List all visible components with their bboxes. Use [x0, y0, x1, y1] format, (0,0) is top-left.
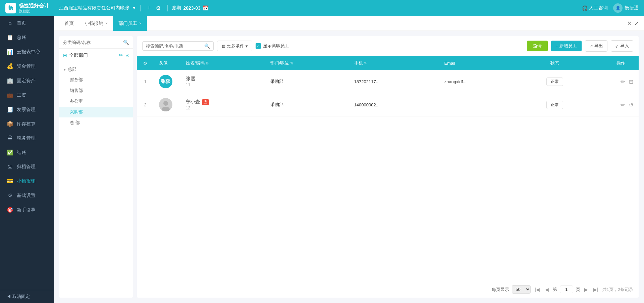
- expense-icon: 💳: [7, 178, 13, 184]
- sidebar-label-expense: 小畅报销: [17, 178, 36, 184]
- header-divider-1: [140, 5, 141, 11]
- export-icon: ↗: [589, 44, 593, 49]
- sidebar-item-reports[interactable]: 📊 云报表中心: [0, 45, 54, 59]
- tabs-right-controls: ✕ ⤢: [627, 20, 639, 27]
- user-menu[interactable]: 👤 畅捷通: [613, 3, 639, 13]
- col-avatar: 头像: [154, 56, 180, 70]
- grid-icon: ⊞: [63, 53, 67, 58]
- sidebar-label-checkout: 结账: [17, 150, 26, 156]
- dept-item-purchase[interactable]: 采购部: [59, 107, 133, 117]
- edit-icon-2[interactable]: ✏: [621, 102, 625, 108]
- service-button[interactable]: 🎧 人工咨询: [582, 5, 608, 11]
- dept-collapse-button[interactable]: «: [126, 52, 129, 58]
- export-button[interactable]: ↗ 导出: [585, 40, 607, 52]
- name-cell-1: 张熙 11: [180, 70, 265, 93]
- logo-subtext: 旗舰版: [19, 9, 49, 14]
- page-size-dropdown[interactable]: 20 50 100: [512, 285, 531, 294]
- add-employee-button[interactable]: + 新增员工: [551, 41, 582, 51]
- page-number-input[interactable]: [560, 286, 573, 293]
- invoice-icon: 🧾: [7, 106, 13, 113]
- next-page-button[interactable]: ▶: [583, 286, 589, 293]
- salary-icon: 💼: [7, 92, 13, 98]
- sidebar-item-inventory[interactable]: 📦 库存核算: [0, 117, 54, 131]
- assets-icon: 🏢: [7, 78, 13, 84]
- first-page-button[interactable]: |◀: [533, 286, 541, 293]
- sidebar-item-ledger[interactable]: 📋 总账: [0, 30, 54, 45]
- last-page-button[interactable]: ▶|: [592, 286, 600, 293]
- dept-group-label-hq: 总部: [68, 66, 76, 72]
- col-name-code[interactable]: 姓名/编码 ⇅: [180, 56, 265, 70]
- tab-home[interactable]: 首页: [59, 16, 79, 31]
- period-selector[interactable]: 账期 2023-03 📅: [172, 5, 208, 11]
- sidebar-item-guide[interactable]: 🎯 新手引导: [0, 203, 54, 217]
- add-button[interactable]: +: [147, 5, 151, 12]
- period-label: 账期: [172, 5, 181, 11]
- filter-button[interactable]: ▦ 更多条件 ▾: [217, 41, 252, 51]
- dept-search-icon[interactable]: 🔍: [123, 40, 129, 45]
- tax-icon: 🏛: [7, 135, 13, 141]
- dept-search-input[interactable]: [63, 40, 123, 45]
- page-size-select[interactable]: 20 50 100: [512, 285, 531, 294]
- tab-expense-close[interactable]: ×: [105, 21, 108, 26]
- dept-group-header-hq[interactable]: ▼ 总部: [59, 64, 133, 74]
- col-phone[interactable]: 手机 ⇅: [349, 56, 439, 70]
- col-dept-position[interactable]: 部门/职位 ⇅: [265, 56, 349, 70]
- delete-icon-2[interactable]: ↺: [629, 102, 633, 108]
- settings-icon[interactable]: ⚙: [156, 5, 161, 11]
- company-selector[interactable]: 江西服宝精品有限责任公司内账张 ▼: [59, 5, 136, 11]
- sidebar-item-settings[interactable]: ⚙ 基础设置: [0, 188, 54, 203]
- dept-item-hq-sub[interactable]: 总 部: [59, 117, 133, 128]
- dept-item-sales[interactable]: 销售部: [59, 85, 133, 96]
- toolbar-right: 邀请 + 新增员工 ↗ 导出 ↙ 导入: [527, 40, 633, 52]
- sidebar-item-home[interactable]: ⌂ 首页: [0, 16, 54, 30]
- header-divider-2: [167, 5, 168, 11]
- calendar-icon: 📅: [203, 5, 208, 11]
- cancel-fixed-button[interactable]: ◀ 取消固定: [0, 290, 54, 303]
- company-name: 江西服宝精品有限责任公司内账张: [59, 5, 129, 11]
- employee-search-icon[interactable]: 🔍: [204, 43, 210, 49]
- sidebar-item-salary[interactable]: 💼 工资: [0, 88, 54, 102]
- sidebar-item-expense[interactable]: 💳 小畅报销: [0, 174, 54, 188]
- import-button[interactable]: ↙ 导入: [611, 40, 633, 52]
- employee-name-2: 宁小壹: [186, 99, 200, 105]
- col-settings[interactable]: ⚙: [137, 56, 154, 70]
- invite-button[interactable]: 邀请: [527, 41, 548, 51]
- sort-phone-icon: ⇅: [364, 61, 367, 65]
- sidebar-item-invoice[interactable]: 🧾 发票管理: [0, 102, 54, 117]
- sidebar-item-archive[interactable]: 🗂 归档管理: [0, 160, 54, 174]
- tab-department-close[interactable]: ×: [139, 21, 142, 26]
- ledger-icon: 📋: [7, 34, 13, 41]
- pagination: 每页显示 20 50 100 |◀ ◀ 第 页 ▶ ▶|: [137, 281, 639, 298]
- tab-department-label: 部门员工: [118, 20, 137, 27]
- settings-sidebar-icon: ⚙: [7, 192, 13, 199]
- tab-expense[interactable]: 小畅报销 ×: [79, 16, 113, 31]
- page-size-text: 每页显示: [492, 287, 509, 293]
- avatar-1: 张熙: [159, 75, 172, 88]
- sidebar-item-funds[interactable]: 💰 资金管理: [0, 59, 54, 73]
- home-icon: ⌂: [7, 20, 13, 26]
- prev-page-button[interactable]: ◀: [544, 286, 550, 293]
- avatar: 👤: [613, 3, 623, 13]
- dept-item-office[interactable]: 办公室: [59, 96, 133, 107]
- sidebar-label-assets: 固定资产: [17, 78, 36, 84]
- show-resigned-checkbox[interactable]: ✓ 显示离职员工: [256, 43, 289, 49]
- dept-item-finance[interactable]: 财务部: [59, 74, 133, 85]
- tab-expense-label: 小畅报销: [85, 20, 103, 27]
- actions-cell-2: ✏ ↺: [588, 93, 639, 116]
- logo-area: 畅 畅捷通好会计 旗舰版: [5, 3, 59, 14]
- tab-department[interactable]: 部门员工 ×: [113, 16, 147, 31]
- tab-expand-button[interactable]: ⤢: [634, 20, 639, 27]
- checkout-icon: ✅: [7, 149, 13, 156]
- dept-header: ⊞ 全部部门 ✏ «: [59, 49, 133, 62]
- employee-search-input[interactable]: [146, 44, 202, 49]
- tab-close-all-button[interactable]: ✕: [627, 20, 632, 27]
- logout-icon-1[interactable]: ⊟: [629, 79, 633, 85]
- import-label: 导入: [620, 43, 629, 49]
- edit-icon-1[interactable]: ✏: [621, 79, 625, 85]
- avatar-cell-1: 张熙: [154, 70, 180, 93]
- dept-all-label[interactable]: ⊞ 全部部门: [63, 52, 88, 58]
- sidebar-item-assets[interactable]: 🏢 固定资产: [0, 73, 54, 88]
- sidebar-item-checkout[interactable]: ✅ 结账: [0, 145, 54, 160]
- sidebar-item-tax[interactable]: 🏛 税务管理: [0, 131, 54, 145]
- dept-edit-button[interactable]: ✏: [119, 52, 123, 58]
